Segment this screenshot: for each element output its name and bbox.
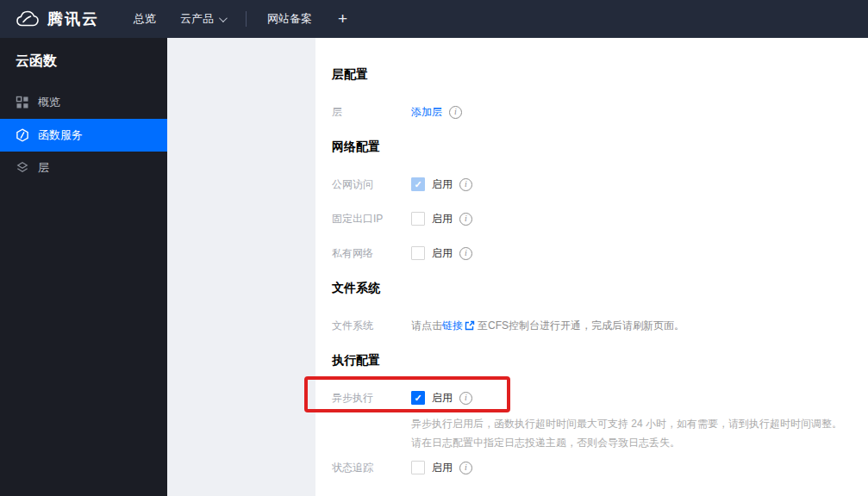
brand-logo[interactable]: 腾讯云 (14, 9, 99, 29)
private-network-label: 私有网络 (332, 246, 411, 261)
section-title-layer-config: 层配置 (332, 65, 851, 83)
file-system-hint: 请点击 链接 至CFS控制台进行开通，完成后请刷新页面。 (411, 319, 684, 333)
status-tracking-label: 状态追踪 (332, 461, 411, 475)
async-execution-help: 异步执行启用后，函数执行超时时间最大可支持 24 小时，如有需要，请到执行超时时… (411, 414, 851, 452)
layer-row: 层 添加层 i (332, 103, 851, 121)
status-tracking-checkbox[interactable] (411, 461, 425, 474)
nav-item-label: 云产品 (180, 11, 214, 27)
public-access-checkbox: ✓ (411, 177, 425, 191)
brand-name: 腾讯云 (47, 9, 99, 29)
sidebar-item-layers[interactable]: 层 (0, 152, 167, 184)
nav-item-label: 网站备案 (267, 11, 312, 27)
section-title-file-system: 文件系统 (332, 279, 851, 296)
hint-text-after: 至CFS控制台进行开通，完成后请刷新页面。 (478, 319, 684, 333)
sidebar-item-function-service[interactable]: 函数服务 (0, 119, 167, 152)
file-system-label: 文件系统 (332, 319, 411, 333)
sidebar-item-overview[interactable]: 概览 (0, 86, 167, 119)
enable-label: 启用 (432, 212, 453, 226)
nav-divider (246, 11, 247, 27)
function-service-icon (16, 128, 29, 142)
hint-text-before: 请点击 (411, 319, 442, 333)
tencent-cloud-console: { "topbar": { "brand": "腾讯云", "nav": [ {… (0, 0, 868, 496)
async-help-line-2: 请在日志配置中指定日志投递主题，否则会导致日志丢失。 (411, 433, 851, 452)
cfs-link[interactable]: 链接 (442, 319, 463, 333)
info-icon[interactable]: i (449, 106, 462, 119)
info-icon[interactable]: i (459, 392, 472, 405)
nav-item-cloud-products[interactable]: 云产品 (168, 0, 237, 38)
nav-item-label: 总览 (134, 11, 156, 27)
nav-item-overview[interactable]: 总览 (122, 0, 168, 38)
file-system-row: 文件系统 请点击 链接 至CFS控制台进行开通，完成后请刷新页面。 (332, 317, 851, 334)
public-access-row: 公网访问 ✓ 启用 i (332, 176, 851, 193)
sidebar-item-label: 函数服务 (38, 127, 83, 143)
secondary-panel (167, 38, 315, 496)
check-icon: ✓ (414, 180, 422, 189)
section-title-execution-config: 执行配置 (332, 351, 851, 369)
info-icon[interactable]: i (459, 178, 472, 191)
layer-label: 层 (332, 105, 411, 120)
sidebar-item-label: 概览 (38, 95, 60, 110)
enable-label: 启用 (432, 391, 453, 406)
check-icon: ✓ (414, 394, 422, 403)
private-network-checkbox[interactable] (411, 246, 425, 260)
info-icon[interactable]: i (459, 462, 472, 474)
enable-label: 启用 (432, 461, 453, 475)
section-title-network-config: 网络配置 (332, 138, 851, 155)
layers-icon (16, 161, 29, 175)
fixed-ip-row: 固定出口IP 启用 i (332, 210, 851, 227)
nav-item-website-filing[interactable]: 网站备案 (255, 0, 324, 38)
public-access-label: 公网访问 (332, 177, 411, 192)
async-execution-row: 异步执行 ✓ 启用 i (332, 389, 851, 406)
status-tracking-row: 状态追踪 启用 i (332, 459, 851, 476)
chevron-down-icon (219, 14, 228, 22)
enable-label: 启用 (432, 246, 453, 261)
sidebar-title: 云函数 (0, 38, 167, 86)
function-config-panel: 层配置 层 添加层 i 网络配置 公网访问 ✓ 启用 i 固定出口IP 启用 i… (315, 38, 868, 496)
async-execution-block: 异步执行 ✓ 启用 i 异步执行启用后，函数执行超时时间最大可支持 24 小时，… (332, 389, 851, 452)
enable-label: 启用 (432, 177, 453, 192)
tencent-cloud-logo-icon (14, 9, 40, 28)
add-nav-shortcut-button[interactable]: + (324, 9, 361, 28)
async-execution-checkbox[interactable]: ✓ (411, 391, 425, 405)
fixed-ip-label: 固定出口IP (332, 212, 411, 226)
async-help-line-1: 异步执行启用后，函数执行超时时间最大可支持 24 小时，如有需要，请到执行超时时… (411, 414, 851, 433)
fixed-ip-checkbox[interactable] (411, 212, 425, 226)
async-execution-label: 异步执行 (332, 391, 411, 406)
external-link-icon[interactable] (465, 320, 475, 331)
topbar: 腾讯云 总览 云产品 网站备案 + (0, 0, 868, 38)
add-layer-link[interactable]: 添加层 (411, 105, 442, 120)
info-icon[interactable]: i (459, 247, 472, 260)
top-navigation: 总览 云产品 网站备案 + (122, 0, 361, 38)
info-icon[interactable]: i (459, 213, 472, 226)
private-network-row: 私有网络 启用 i (332, 245, 851, 262)
sidebar: 云函数 概览 函数服务 层 (0, 38, 167, 496)
overview-grid-icon (16, 96, 29, 109)
sidebar-item-label: 层 (38, 160, 49, 176)
